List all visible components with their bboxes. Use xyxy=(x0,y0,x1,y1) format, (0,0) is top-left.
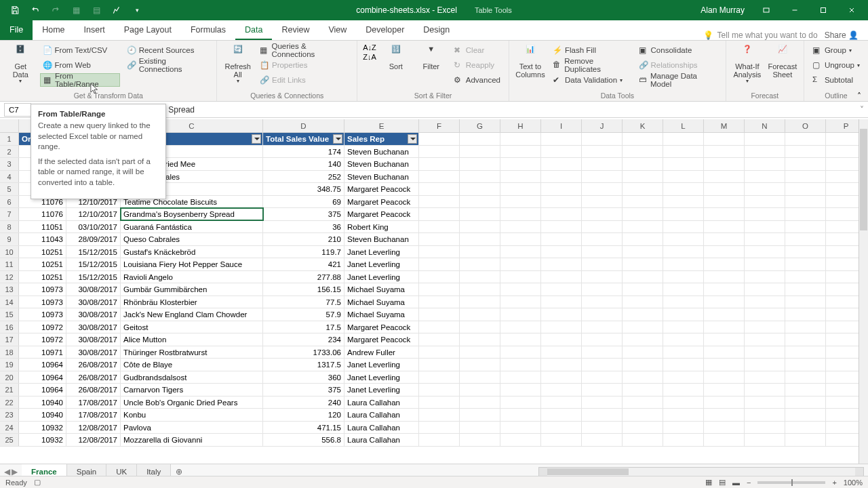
table-header-cell[interactable]: Sales Rep xyxy=(344,133,419,145)
cell[interactable]: 30/08/2017 xyxy=(66,296,121,308)
row-header[interactable]: 23 xyxy=(0,409,19,421)
cell[interactable]: 119.7 xyxy=(263,246,344,258)
cell[interactable] xyxy=(623,233,663,245)
subtotal-button[interactable]: ΣSubtotal xyxy=(810,73,863,87)
row-header[interactable]: 5 xyxy=(0,183,19,195)
cell[interactable] xyxy=(460,434,500,446)
cell[interactable] xyxy=(582,321,623,333)
zoom-slider[interactable] xyxy=(757,481,825,484)
cell[interactable]: 10973 xyxy=(19,283,66,296)
cell[interactable] xyxy=(785,346,826,359)
cell[interactable] xyxy=(460,371,500,384)
cell[interactable] xyxy=(582,271,623,283)
cell[interactable]: 77.5 xyxy=(263,296,344,308)
cell[interactable]: Laura Callahan xyxy=(344,434,419,446)
cell[interactable]: 252 xyxy=(263,171,344,183)
cell[interactable] xyxy=(460,422,500,434)
cell[interactable] xyxy=(704,208,745,220)
row-header[interactable]: 16 xyxy=(0,321,19,333)
qat-icon[interactable]: ▦ xyxy=(66,2,85,18)
cell[interactable] xyxy=(541,171,582,183)
cell[interactable] xyxy=(745,384,785,396)
row-header[interactable]: 4 xyxy=(0,171,19,183)
cell[interactable]: 120 xyxy=(263,409,344,421)
clear-button[interactable]: ✖Clear xyxy=(451,43,503,57)
cell[interactable] xyxy=(419,233,460,245)
cell[interactable]: 11076 xyxy=(19,208,66,220)
cell[interactable] xyxy=(785,359,826,371)
cell[interactable] xyxy=(541,359,582,371)
column-header[interactable]: E xyxy=(344,119,419,132)
cell[interactable] xyxy=(704,409,745,421)
cell[interactable] xyxy=(704,346,745,359)
cell[interactable] xyxy=(785,422,826,434)
cell[interactable] xyxy=(623,346,663,359)
cell[interactable]: 12/08/2017 xyxy=(66,434,121,446)
cell[interactable] xyxy=(460,321,500,333)
redo-icon[interactable] xyxy=(46,2,65,18)
queries-connections-button[interactable]: ▦Queries & Connections xyxy=(257,43,351,57)
cell[interactable] xyxy=(460,283,500,296)
cell[interactable] xyxy=(460,171,500,183)
cell[interactable]: Ravioli Angelo xyxy=(121,271,263,283)
cell[interactable]: 174 xyxy=(263,146,344,158)
cell[interactable]: 28/09/2017 xyxy=(66,233,121,245)
cell[interactable] xyxy=(623,221,663,233)
cell[interactable]: 348.75 xyxy=(263,183,344,195)
cell[interactable]: Janet Leverling xyxy=(344,359,419,371)
cell[interactable] xyxy=(785,146,826,158)
cell[interactable]: Laura Callahan xyxy=(344,409,419,421)
cell[interactable]: Steven Buchanan xyxy=(344,146,419,158)
cell[interactable] xyxy=(745,359,785,371)
cell[interactable]: 10964 xyxy=(19,371,66,384)
tab-nav-next-icon[interactable]: ▶ xyxy=(12,467,18,476)
cell[interactable] xyxy=(460,384,500,396)
cell[interactable] xyxy=(582,308,623,321)
cell[interactable] xyxy=(541,396,582,409)
column-header[interactable]: L xyxy=(663,119,704,132)
column-header[interactable]: I xyxy=(541,119,582,132)
cell[interactable]: Gustaf's Knäckebröd xyxy=(121,246,263,258)
cell[interactable] xyxy=(541,283,582,296)
cell[interactable] xyxy=(663,333,704,346)
cell[interactable] xyxy=(541,221,582,233)
cell[interactable] xyxy=(623,258,663,270)
undo-icon[interactable] xyxy=(26,2,45,18)
cell[interactable] xyxy=(663,422,704,434)
cell[interactable]: Margaret Peacock xyxy=(344,321,419,333)
cell[interactable] xyxy=(582,208,623,220)
manage-data-model-button[interactable]: 🗃Manage Data Model xyxy=(636,73,720,87)
cell[interactable] xyxy=(541,233,582,245)
column-header[interactable]: G xyxy=(460,119,500,132)
cell[interactable]: Janet Leverling xyxy=(344,271,419,283)
cell[interactable] xyxy=(500,246,541,258)
table-header-cell[interactable]: Total Sales Value xyxy=(263,133,344,145)
cell[interactable] xyxy=(663,158,704,170)
cell[interactable] xyxy=(745,321,785,333)
qat-icon-2[interactable]: ▤ xyxy=(87,2,106,18)
row-header[interactable]: 14 xyxy=(0,296,19,308)
sort-az-icon[interactable]: A↓Z xyxy=(363,43,376,52)
cell[interactable] xyxy=(541,409,582,421)
cell[interactable] xyxy=(419,296,460,308)
cell[interactable]: 69 xyxy=(263,196,344,208)
cell[interactable]: 11043 xyxy=(19,233,66,245)
cell[interactable]: 1317.5 xyxy=(263,359,344,371)
cell[interactable] xyxy=(419,258,460,270)
cell[interactable]: 471.15 xyxy=(263,422,344,434)
cell[interactable] xyxy=(663,359,704,371)
cell[interactable] xyxy=(582,133,623,145)
cell[interactable] xyxy=(500,133,541,145)
from-table-range-button[interactable]: ▦From Table/Range xyxy=(40,73,120,87)
cell[interactable] xyxy=(582,359,623,371)
column-header[interactable]: N xyxy=(745,119,785,132)
cell[interactable] xyxy=(500,258,541,270)
cell[interactable]: Janet Leverling xyxy=(344,258,419,270)
collapse-ribbon-icon[interactable]: ˄ xyxy=(857,92,864,98)
row-header[interactable]: 7 xyxy=(0,208,19,220)
row-header[interactable]: 11 xyxy=(0,258,19,270)
cell[interactable]: 375 xyxy=(263,384,344,396)
cell[interactable] xyxy=(582,146,623,158)
cell[interactable]: Grandma's Boysenberry Spread xyxy=(121,208,263,220)
cell[interactable] xyxy=(623,133,663,145)
